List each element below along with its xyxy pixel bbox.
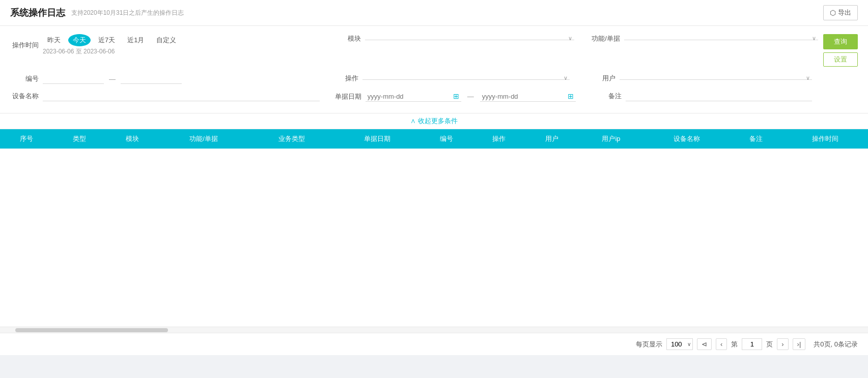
col-feature: 功能/单据 [158,129,248,149]
table-container: 序号 类型 模块 功能/单据 业务类型 单据日期 编号 操作 用户 用户ip 设… [0,129,868,327]
calendar-end-icon[interactable]: ⊞ [568,92,574,100]
filter-row-1: 操作时间 昨天 今天 近7天 近1月 自定义 2023-06-06 至 2023… [10,34,858,67]
page-title: 系统操作日志 [10,7,65,19]
time-filter-section: 操作时间 昨天 今天 近7天 近1月 自定义 2023-06-06 至 2023… [10,34,346,56]
per-page-label: 每页显示 [636,340,662,349]
number-dash: — [106,75,119,83]
module-select[interactable]: ∨ [365,38,574,40]
user-label: 用户 [585,74,615,83]
module-chevron-icon: ∨ [568,35,572,42]
col-number: 编号 [420,129,473,149]
col-optime: 操作时间 [782,129,868,149]
docdate-dash: — [464,93,477,100]
export-button[interactable]: ⬡ 导出 [823,5,858,20]
remark-label: 备注 [591,92,622,101]
collapse-label: 收起更多条件 [418,117,458,125]
time-range-display: 2023-06-06 至 2023-06-06 [43,47,181,56]
col-seq: 序号 [0,129,53,149]
user-chevron-icon: ∨ [806,75,810,81]
col-user: 用户 [525,129,578,149]
collapse-bar[interactable]: ∧ 收起更多条件 [0,113,868,129]
docdate-start-wrapper: ⊞ [366,91,461,102]
col-type: 类型 [53,129,106,149]
last1m-btn[interactable]: 近1月 [123,34,149,46]
yesterday-btn[interactable]: 昨天 [43,34,65,46]
page-prev-button[interactable]: ‹ [716,338,727,350]
table-header-row: 序号 类型 模块 功能/单据 业务类型 单据日期 编号 操作 用户 用户ip 设… [0,129,868,149]
scrollbar-area[interactable] [0,327,868,333]
filter-row-3: 设备名称 单据日期 ⊞ — ⊞ 备注 [10,91,858,102]
feature-filter-section: 功能/单据 ∨ [590,34,823,43]
number-start-input[interactable] [43,74,104,84]
docdate-start-input[interactable] [368,93,453,100]
collapse-up-icon: ∧ [410,117,418,125]
operation-label: 操作 [343,74,358,83]
operation-filter-section: 操作 ∨ [343,74,585,83]
table-header: 序号 类型 模块 功能/单据 业务类型 单据日期 编号 操作 用户 用户ip 设… [0,129,868,149]
page-label: 第 [731,340,738,349]
page-last-button[interactable]: ›| [793,338,806,350]
module-label: 模块 [346,34,361,43]
number-label: 编号 [10,74,39,83]
page-subtitle: 支持2020年10月31日之后产生的操作日志 [71,9,184,17]
filter-panel: 操作时间 昨天 今天 近7天 近1月 自定义 2023-06-06 至 2023… [0,26,868,113]
page-size-wrapper: 100 50 200 ∨ [666,338,693,350]
device-input[interactable] [43,91,320,101]
title-area: 系统操作日志 支持2020年10月31日之后产生的操作日志 [10,7,184,19]
page-number-input[interactable] [742,338,762,350]
device-filter-section: 设备名称 [10,91,335,101]
page-header: 系统操作日志 支持2020年10月31日之后产生的操作日志 ⬡ 导出 [0,0,868,26]
page-first-button[interactable]: ⊲ [697,338,712,350]
docdate-end-input[interactable] [482,93,568,100]
col-remark: 备注 [730,129,782,149]
remark-input[interactable] [626,91,812,101]
page-next-button[interactable]: › [777,338,788,350]
data-table: 序号 类型 模块 功能/单据 业务类型 单据日期 编号 操作 用户 用户ip 设… [0,129,868,149]
col-module: 模块 [106,129,159,149]
operation-chevron-icon: ∨ [564,75,568,81]
remark-filter-section: 备注 [591,91,817,101]
col-device: 设备名称 [644,129,730,149]
today-btn[interactable]: 今天 [68,34,91,46]
docdate-label: 单据日期 [335,92,361,101]
action-buttons: 查询 设置 [823,34,858,67]
time-options: 昨天 今天 近7天 近1月 自定义 [43,34,181,46]
total-info: 共0页, 0条记录 [814,340,858,349]
number-filter-section: 编号 — [10,74,343,84]
user-select[interactable]: ∨ [620,77,812,80]
feature-label: 功能/单据 [590,34,620,43]
user-filter-section: 用户 ∨ [585,74,817,83]
settings-button[interactable]: 设置 [823,52,858,67]
page-size-select[interactable]: 100 50 200 [666,338,693,350]
pagination: 每页显示 100 50 200 ∨ ⊲ ‹ 第 页 › ›| 共0页, 0条记录 [0,333,868,355]
feature-select[interactable]: ∨ [624,38,818,40]
docdate-filter-section: 单据日期 ⊞ — ⊞ [335,91,591,102]
operation-select[interactable]: ∨ [362,77,570,80]
filter-row-2: 编号 — 操作 ∨ 用户 ∨ [10,74,858,84]
query-button[interactable]: 查询 [823,34,858,49]
col-userip: 用户ip [578,129,644,149]
page-unit: 页 [766,340,773,349]
custom-btn[interactable]: 自定义 [152,34,181,46]
col-docdate: 单据日期 [334,129,420,149]
time-label: 操作时间 [10,41,39,50]
col-biztype: 业务类型 [248,129,334,149]
device-label: 设备名称 [10,92,39,101]
export-label: 导出 [838,8,851,17]
module-filter-section: 模块 ∨ [346,34,590,43]
export-icon: ⬡ [830,9,836,17]
feature-chevron-icon: ∨ [812,35,816,42]
number-end-input[interactable] [121,74,182,84]
last7-btn[interactable]: 近7天 [94,34,120,46]
empty-area [0,149,868,327]
calendar-start-icon[interactable]: ⊞ [453,92,459,100]
col-operation: 操作 [472,129,525,149]
scrollbar-thumb [15,328,168,332]
docdate-end-wrapper: ⊞ [480,91,576,102]
